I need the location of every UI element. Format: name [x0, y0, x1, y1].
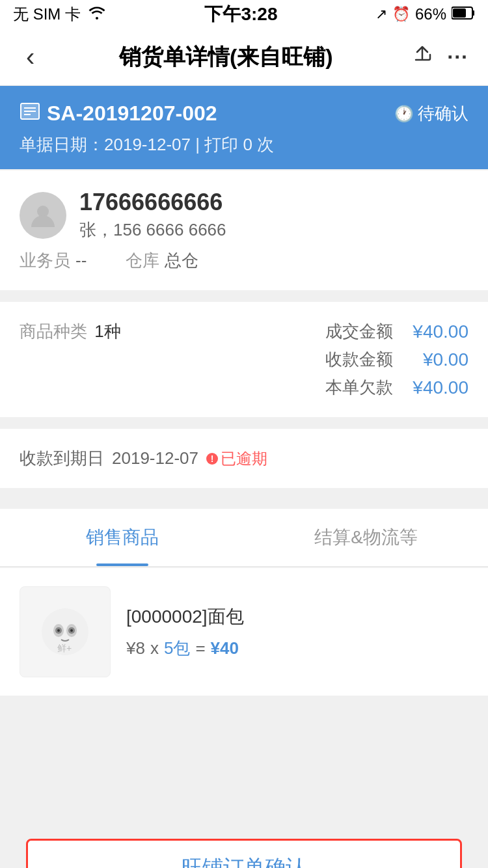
customer-info: 17666666666 张，156 6666 6666 [79, 189, 226, 241]
product-price-row: ¥8 x 5包 = ¥40 [126, 637, 468, 660]
status-right: ↗ ⏰ 66% [375, 5, 475, 23]
svg-rect-1 [472, 10, 474, 16]
nav-actions: ··· [411, 43, 468, 71]
carrier-text: 无 SIM 卡 [13, 4, 81, 25]
transaction-row: 成交金额 ¥40.00 [325, 320, 468, 343]
svg-rect-2 [453, 8, 466, 18]
status-left: 无 SIM 卡 [13, 4, 107, 25]
divider-3 [0, 498, 488, 509]
battery-text: 66% [415, 5, 446, 23]
overdue-badge: ! 已逾期 [206, 448, 267, 469]
balance-row: 本单欠款 ¥40.00 [325, 376, 468, 399]
confirm-button-text: 旺铺订单确认 [182, 854, 306, 868]
svg-point-13 [57, 629, 60, 632]
product-name: [0000002]面包 [126, 604, 468, 629]
product-image: 鲜+ [20, 586, 111, 677]
overdue-dot-icon: ! [206, 453, 218, 465]
page-title: 销货单详情(来自旺铺) [119, 42, 333, 72]
category-info: 商品种类 1种 [20, 320, 121, 343]
due-date-card: 收款到期日 2019-12-07 ! 已逾期 [0, 429, 488, 488]
empty-area [0, 696, 488, 826]
share-icon[interactable] [411, 43, 434, 71]
summary-card: 商品种类 1种 成交金额 ¥40.00 收款金额 ¥0.00 本单欠款 ¥40.… [0, 302, 488, 417]
customer-card: 17666666666 张，156 6666 6666 业务员 -- 仓库 总仓 [0, 170, 488, 290]
product-qty: 5包 [164, 637, 190, 660]
tab-active-indicator [96, 563, 148, 566]
receipt-row: 收款金额 ¥0.00 [325, 348, 468, 371]
divider-1 [0, 292, 488, 302]
nav-bar: ‹ 销货单详情(来自旺铺) ··· [0, 29, 488, 86]
tab-settlement-label: 结算&物流等 [314, 525, 418, 550]
order-id: SA-20191207-002 [20, 102, 217, 126]
svg-point-14 [70, 629, 73, 632]
product-price: ¥8 [126, 638, 145, 658]
tab-settlement[interactable]: 结算&物流等 [244, 509, 488, 566]
back-button[interactable]: ‹ [20, 36, 41, 78]
customer-avatar [20, 192, 66, 239]
amount-info: 成交金额 ¥40.00 收款金额 ¥0.00 本单欠款 ¥40.00 [325, 320, 468, 399]
salesperson-field: 业务员 -- [20, 249, 87, 272]
status-bar: 无 SIM 卡 下午3:28 ↗ ⏰ 66% [0, 0, 488, 29]
product-item: 鲜+ [0000002]面包 ¥8 x 5包 = ¥40 [0, 568, 488, 696]
product-total: ¥40 [211, 638, 239, 658]
location-icon: ↗ [375, 6, 387, 23]
product-info: [0000002]面包 ¥8 x 5包 = ¥40 [126, 604, 468, 660]
due-date-value: 2019-12-07 [112, 448, 198, 468]
order-status: 🕐 待确认 [394, 102, 468, 125]
customer-name: 张，156 6666 6666 [79, 219, 226, 241]
product-section: 鲜+ [0000002]面包 ¥8 x 5包 = ¥40 [0, 568, 488, 696]
due-date-label: 收款到期日 [20, 447, 104, 470]
wifi-icon [87, 5, 107, 23]
order-header: SA-20191207-002 🕐 待确认 单据日期：2019-12-07 | … [0, 86, 488, 169]
status-time: 下午3:28 [204, 2, 277, 27]
tab-sales-products[interactable]: 销售商品 [0, 509, 244, 566]
tab-sales-label: 销售商品 [86, 525, 159, 550]
warehouse-field: 仓库 总仓 [126, 249, 198, 272]
svg-text:鲜+: 鲜+ [57, 643, 72, 653]
order-icon [20, 102, 40, 125]
more-icon[interactable]: ··· [447, 45, 468, 69]
customer-meta: 业务员 -- 仓库 总仓 [20, 249, 468, 272]
customer-phone: 17666666666 [79, 189, 226, 216]
battery-icon [452, 5, 475, 23]
alarm-icon: ⏰ [392, 6, 410, 23]
divider-2 [0, 418, 488, 429]
clock-icon: 🕐 [394, 105, 414, 123]
confirm-order-button[interactable]: 旺铺订单确认 [26, 839, 462, 868]
tabs-container: 销售商品 结算&物流等 [0, 509, 488, 567]
bottom-area: 旺铺订单确认 [0, 826, 488, 868]
order-meta: 单据日期：2019-12-07 | 打印 0 次 [20, 133, 468, 156]
